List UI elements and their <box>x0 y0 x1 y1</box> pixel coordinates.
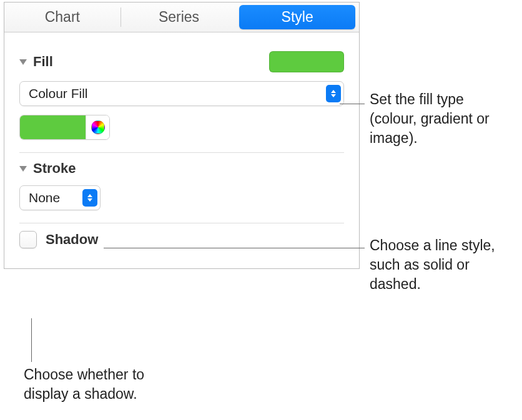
stroke-disclosure-icon[interactable] <box>19 166 27 172</box>
color-wheel-icon <box>91 120 105 134</box>
stroke-style-value: None <box>29 190 60 205</box>
callout-shadow: Choose whether to display a shadow. <box>24 365 186 404</box>
shadow-checkbox[interactable] <box>19 231 37 248</box>
tab-chart[interactable]: Chart <box>4 2 121 32</box>
stroke-section: Stroke None <box>19 152 344 223</box>
fill-color-well-swatch[interactable] <box>20 115 86 139</box>
callout-line <box>31 318 32 362</box>
fill-type-popup[interactable]: Colour Fill <box>19 81 344 106</box>
fill-color-swatch[interactable] <box>269 51 344 72</box>
tab-series[interactable]: Series <box>121 2 237 32</box>
fill-disclosure-icon[interactable] <box>19 59 27 65</box>
fill-section: Fill Colour Fill <box>19 44 344 152</box>
callout-stroke: Choose a line style, such as solid or da… <box>370 236 513 294</box>
fill-color-well <box>19 115 110 140</box>
fill-type-value: Colour Fill <box>29 86 88 101</box>
format-tabs: Chart Series Style <box>4 2 359 32</box>
popup-indicator-icon <box>326 85 341 102</box>
callout-line <box>104 248 365 248</box>
shadow-section: Shadow <box>19 223 344 253</box>
fill-section-header: Fill <box>19 51 344 72</box>
stroke-style-popup[interactable]: None <box>19 185 101 210</box>
callout-line <box>340 104 365 104</box>
callout-fill: Set the fill type (colour, gradient or i… <box>370 90 513 148</box>
shadow-title: Shadow <box>46 232 98 248</box>
stroke-title: Stroke <box>33 160 76 177</box>
popup-indicator-icon <box>82 189 97 207</box>
fill-color-picker-button[interactable] <box>86 115 109 139</box>
panel-body: Fill Colour Fill <box>4 32 359 268</box>
tab-style[interactable]: Style <box>239 5 355 29</box>
fill-title: Fill <box>33 54 53 70</box>
format-inspector-panel: Chart Series Style Fill Colour Fill <box>4 2 360 269</box>
